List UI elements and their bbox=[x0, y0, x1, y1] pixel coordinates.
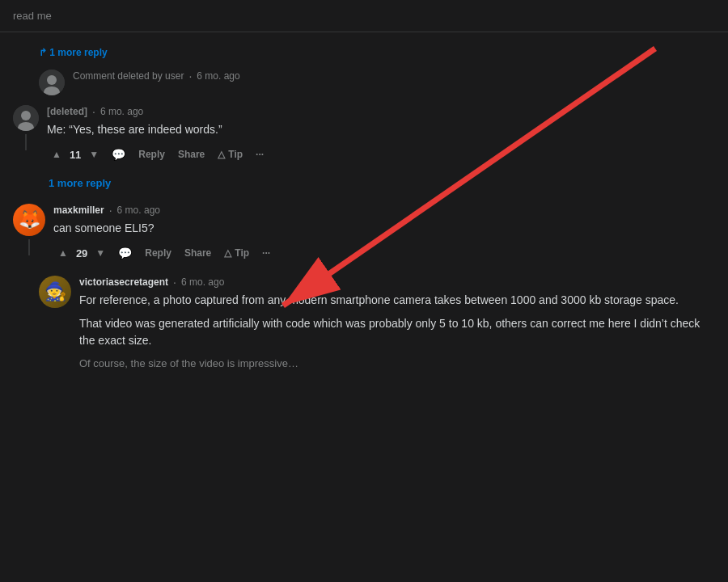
deleted-body-author: [deleted] bbox=[47, 106, 87, 117]
deleted-comment-header: Comment deleted by user · 6 mo. ago bbox=[73, 70, 715, 82]
deleted-upvote-btn[interactable]: ▲ bbox=[47, 146, 66, 163]
deleted-body-text: Me: “Yes, these are indeed words.” bbox=[47, 121, 715, 138]
maxk-vote-count: 29 bbox=[76, 247, 87, 259]
thread-line-maxk bbox=[28, 239, 30, 255]
deleted-share-label: Share bbox=[178, 149, 205, 160]
deleted-more-btn[interactable]: ··· bbox=[251, 146, 269, 163]
top-nav: read me bbox=[0, 0, 728, 32]
victoria-author: victoriasecretagent bbox=[79, 276, 168, 288]
maxk-actions: ▲ 29 ▼ 💬 Reply Share bbox=[53, 243, 715, 263]
maxk-share-label: Share bbox=[184, 247, 211, 259]
maxk-more-btn[interactable]: ··· bbox=[257, 244, 275, 262]
deleted-more-icon: ··· bbox=[256, 149, 264, 160]
deleted-body-content: [deleted] · 6 mo. ago Me: “Yes, these ar… bbox=[47, 105, 715, 164]
comment-bubble-icon: 💬 bbox=[112, 148, 125, 161]
deleted-body-time: 6 mo. ago bbox=[100, 106, 143, 117]
deleted-reply-label: Reply bbox=[138, 149, 165, 160]
deleted-vote-count: 11 bbox=[70, 149, 81, 161]
tip-triangle-icon: △ bbox=[218, 149, 225, 160]
deleted-comment-content: Comment deleted by user · 6 mo. ago bbox=[73, 70, 715, 95]
maxk-time: 6 mo. ago bbox=[117, 205, 160, 216]
maxk-downvote-icon: ▼ bbox=[95, 247, 105, 259]
maxk-body-text: can someone ELI5? bbox=[53, 220, 715, 237]
deleted-body-header: [deleted] · 6 mo. ago bbox=[47, 105, 715, 118]
maxk-tip-triangle-icon: △ bbox=[224, 247, 231, 259]
victoria-body-3: Of course, the size of the video is impr… bbox=[79, 356, 715, 372]
deleted-avatar-area bbox=[39, 70, 65, 95]
thread-line-1 bbox=[25, 134, 27, 150]
maxk-tip-label: Tip bbox=[235, 247, 249, 259]
deleted-body-avatar-area bbox=[13, 105, 39, 150]
maxk-comment-row: 🦊 maxkmiller · 6 mo. ago can someone ELI… bbox=[0, 196, 728, 269]
victoria-comment-content: victoriasecretagent · 6 mo. ago For refe… bbox=[79, 276, 715, 378]
maxk-header: maxkmiller · 6 mo. ago bbox=[53, 204, 715, 217]
top-nav-text: read me bbox=[13, 10, 52, 22]
deleted-comment-time: 6 mo. ago bbox=[197, 70, 239, 82]
upvote-icon: ▲ bbox=[52, 149, 61, 160]
maxk-more-icon: ··· bbox=[262, 247, 270, 259]
top-more-reply: ↱ 1 more reply bbox=[0, 39, 728, 66]
maxk-author: maxkmiller bbox=[53, 205, 104, 216]
svg-point-1 bbox=[47, 75, 57, 85]
deleted-body-avatar bbox=[13, 105, 39, 131]
maxk-comment-bubble-icon: 💬 bbox=[118, 247, 132, 259]
downvote-icon: ▼ bbox=[89, 149, 99, 160]
svg-point-4 bbox=[21, 111, 31, 120]
maxk-downvote-btn[interactable]: ▼ bbox=[91, 244, 110, 262]
maxk-comment-content: maxkmiller · 6 mo. ago can someone ELI5?… bbox=[53, 204, 715, 263]
deleted-comment-icon-btn[interactable]: 💬 bbox=[107, 145, 130, 164]
deleted-reply-btn[interactable]: Reply bbox=[133, 146, 170, 163]
deleted-share-btn[interactable]: Share bbox=[173, 146, 210, 163]
deleted-avatar bbox=[39, 70, 65, 95]
more-reply-row: 1 more reply bbox=[0, 171, 728, 196]
maxk-avatar: 🦊 bbox=[13, 204, 45, 236]
maxk-upvote-btn[interactable]: ▲ bbox=[53, 244, 73, 262]
maxk-comment-icon-btn[interactable]: 💬 bbox=[113, 243, 137, 263]
deleted-author-label: Comment deleted by user bbox=[73, 70, 184, 82]
more-reply-link[interactable]: 1 more reply bbox=[49, 174, 111, 192]
deleted-comment-row: Comment deleted by user · 6 mo. ago bbox=[0, 66, 728, 99]
deleted-downvote-btn[interactable]: ▼ bbox=[84, 146, 104, 163]
victoria-avatar: 🧙 bbox=[39, 276, 71, 308]
deleted-tip-label: Tip bbox=[228, 149, 243, 160]
victoria-comment-row: 🧙 victoriasecretagent · 6 mo. ago For re… bbox=[0, 269, 728, 385]
top-more-reply-link[interactable]: ↱ 1 more reply bbox=[39, 42, 121, 63]
deleted-body-actions: ▲ 11 ▼ 💬 Reply Share bbox=[47, 145, 715, 164]
victoria-body-2: That video was generated artificially wi… bbox=[79, 315, 715, 349]
victoria-header: victoriasecretagent · 6 mo. ago bbox=[79, 276, 715, 289]
maxk-avatar-area: 🦊 bbox=[13, 204, 45, 255]
maxk-share-btn[interactable]: Share bbox=[180, 244, 216, 262]
victoria-time: 6 mo. ago bbox=[181, 276, 224, 288]
maxk-reply-btn[interactable]: Reply bbox=[140, 244, 176, 262]
deleted-body-comment-row: [deleted] · 6 mo. ago Me: “Yes, these ar… bbox=[0, 99, 728, 171]
maxk-reply-label: Reply bbox=[145, 247, 171, 259]
maxk-tip-btn[interactable]: △ Tip bbox=[219, 244, 254, 262]
victoria-avatar-area: 🧙 bbox=[39, 276, 71, 308]
maxk-upvote-icon: ▲ bbox=[58, 247, 68, 259]
deleted-tip-btn[interactable]: △ Tip bbox=[213, 146, 248, 163]
comments-container: ↱ 1 more reply Comment deleted by user ·… bbox=[0, 32, 728, 391]
victoria-body-1: For reference, a photo captured from any… bbox=[79, 292, 715, 309]
